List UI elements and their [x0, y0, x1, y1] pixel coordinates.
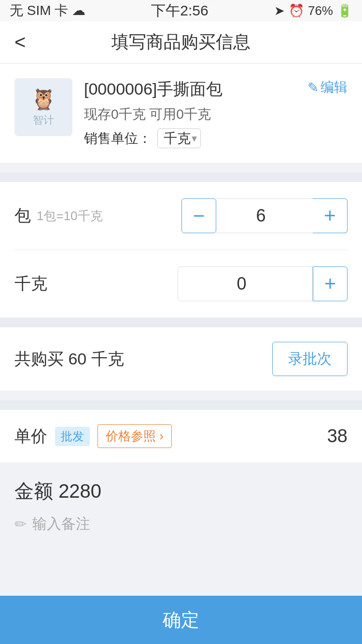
product-name: [0000006]手撕面包 [84, 78, 223, 100]
qty-input-kg[interactable] [178, 266, 313, 301]
pencil-icon: ✏ [14, 516, 27, 532]
edit-button[interactable]: ✎ 编辑 [307, 78, 348, 97]
location-icon: ➤ [274, 3, 285, 18]
batch-button[interactable]: 录批次 [272, 342, 348, 376]
qty-plus-bao[interactable]: + [313, 198, 348, 233]
price-label: 单价 [14, 425, 47, 448]
amount-label: 金额 [14, 480, 58, 502]
price-section: 单价 批发 价格参照 › 38 [0, 410, 362, 462]
status-time: 下午2:56 [151, 1, 208, 21]
amount-section: 金额 2280 ✏ 输入备注 [0, 463, 362, 544]
edit-label: 编辑 [320, 78, 348, 97]
confirm-button[interactable]: 确定 [0, 596, 362, 644]
product-image: 🦉 智计 [14, 78, 72, 136]
status-left: 无 SIM 卡 ☁ [10, 1, 85, 20]
amount-row: 金额 2280 [14, 478, 348, 504]
owl-icon: 🦉 [31, 87, 56, 111]
qty-row-kg: 千克 + [14, 250, 348, 318]
qty-controls-bao: − + [181, 198, 348, 233]
unit-label: 销售单位： [84, 129, 152, 148]
remark-row[interactable]: ✏ 输入备注 [14, 514, 348, 534]
status-bar: 无 SIM 卡 ☁ 下午2:56 ➤ ⏰ 76% 🔋 [0, 0, 362, 21]
battery-icon: 🔋 [337, 3, 352, 18]
qty-controls-kg: + [178, 266, 348, 301]
product-stock: 现存0千克 可用0千克 [84, 105, 348, 124]
qty-hint-bao: 1包=10千克 [37, 208, 103, 224]
page-title: 填写商品购买信息 [111, 30, 251, 54]
total-text: 共购买 60 千克 [14, 348, 124, 370]
qty-label-bao: 包 [14, 205, 31, 227]
qty-row-bao: 包 1包=10千克 − + [14, 182, 348, 250]
product-info: [0000006]手撕面包 ✎ 编辑 现存0千克 可用0千克 销售单位： 千克 [84, 78, 348, 148]
status-right: ➤ ⏰ 76% 🔋 [274, 3, 352, 18]
qty-section: 包 1包=10千克 − + 千克 + [0, 182, 362, 318]
qty-plus-kg[interactable]: + [313, 266, 348, 301]
nav-bar: < 填写商品购买信息 [0, 21, 362, 64]
unit-select[interactable]: 千克 [157, 128, 201, 148]
price-left: 单价 批发 价格参照 › [14, 424, 172, 448]
edit-icon: ✎ [307, 80, 319, 96]
price-ref-button[interactable]: 价格参照 › [97, 424, 172, 448]
battery-text: 76% [308, 3, 333, 18]
price-type-badge: 批发 [55, 427, 90, 446]
separator-1 [0, 172, 362, 182]
separator-2 [0, 318, 362, 327]
amount-number: 2280 [58, 480, 101, 502]
qty-label-kg: 千克 [14, 273, 47, 295]
signal-text: 无 SIM 卡 ☁ [10, 1, 85, 20]
separator-3 [0, 400, 362, 410]
remark-placeholder: 输入备注 [32, 514, 90, 534]
owl-label: 智计 [33, 113, 54, 127]
qty-minus-bao[interactable]: − [181, 198, 216, 233]
qty-input-bao[interactable] [216, 198, 313, 233]
back-button[interactable]: < [14, 31, 26, 53]
total-row: 共购买 60 千克 录批次 [0, 327, 362, 391]
unit-select-wrapper[interactable]: 千克 [157, 128, 201, 148]
product-card: 🦉 智计 [0000006]手撕面包 ✎ 编辑 现存0千克 可用0千克 销售单位… [0, 64, 362, 163]
price-value: 38 [327, 426, 348, 447]
alarm-icon: ⏰ [289, 3, 304, 18]
